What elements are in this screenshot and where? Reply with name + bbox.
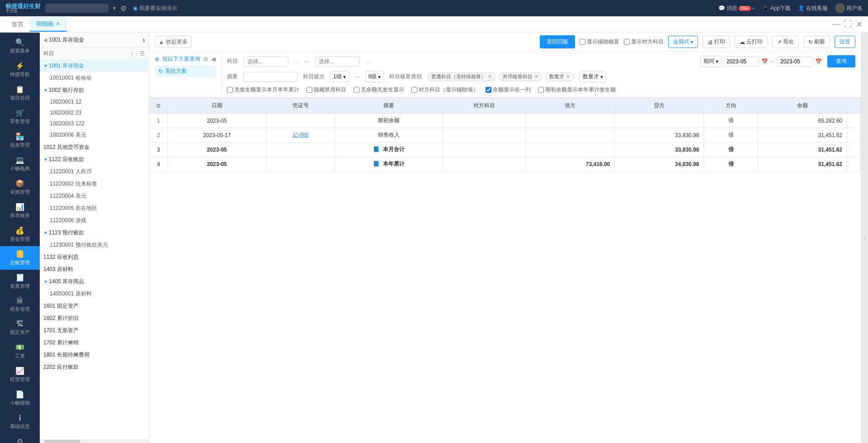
checkbox-no-balance[interactable]: 无发生额显示本月本年累计 [227, 86, 299, 94]
left-collapse-icon[interactable]: ◀ [43, 37, 47, 43]
tree-node-1403[interactable]: 1403 原材料 [40, 263, 149, 276]
tree-node-11220002[interactable]: 11220002 往来标签 [40, 178, 149, 190]
sidebar-item-wholesale[interactable]: 🏪 批发管理 [0, 129, 40, 152]
quantity-dropdown[interactable]: 数量才 ▾ [580, 71, 606, 82]
tree-node-1405[interactable]: ▼ 1405 库存商品 [40, 276, 149, 288]
message-btn[interactable]: 💬 消息 99+ + [718, 5, 755, 12]
maximize-icon[interactable]: ⛶ [844, 19, 852, 29]
tree-node-10020001[interactable]: 10020001 12 [40, 96, 149, 107]
level-to-dropdown[interactable]: 6级 ▾ [365, 71, 384, 82]
sidebar-item-ecommerce[interactable]: 💻 小畅电商 [0, 152, 40, 176]
period-type-dropdown[interactable]: 期间 ▾ [700, 56, 722, 67]
cb-no-balance-show[interactable] [354, 87, 359, 93]
cb-balance-col[interactable] [486, 87, 491, 93]
tree-node-1602[interactable]: 1602 累计折旧 [40, 312, 149, 324]
collapse-more-btn[interactable]: ▲ 收起更多 [155, 36, 192, 48]
sidebar-item-reports[interactable]: 📄 小畅报销 [0, 386, 40, 410]
right-toggle-btn[interactable]: › [861, 33, 868, 443]
tree-node-1132[interactable]: 1132 应收利息 [40, 251, 149, 263]
tree-node-11220005[interactable]: 11220005 所在地区 [40, 202, 149, 214]
cb-no-balance[interactable] [227, 87, 233, 93]
cloud-print-btn[interactable]: ☁ 云打印 [735, 36, 768, 48]
tree-node-11220004[interactable]: 11220004 美元 [40, 190, 149, 202]
tree-node-1123[interactable]: ▼ 1123 预付账款 [40, 227, 149, 239]
tree-node-1601[interactable]: 1601 固定资产 [40, 300, 149, 312]
user-avatar[interactable]: 用户名 [835, 3, 863, 13]
app-download-btn[interactable]: 📱 App下载 [762, 5, 791, 12]
format-dropdown-btn[interactable]: 金额式 ▾ [668, 36, 698, 48]
tree-node-14050001[interactable]: 14050001 原材料 [40, 288, 149, 300]
list-view-icon[interactable]: ☰ [140, 50, 145, 57]
checkbox-balance-col[interactable]: 余额显示在一列 [486, 86, 531, 94]
checkbox-no-balance-show[interactable]: 无余额无发生显示 [354, 86, 404, 94]
period-start-input[interactable] [723, 57, 760, 67]
voucher-link[interactable]: 记-006 [292, 132, 309, 138]
minimize-icon[interactable]: — [832, 19, 840, 29]
print-btn[interactable]: 🖨 打印 [703, 36, 730, 48]
tree-node-11220006[interactable]: 11220006 游戏 [40, 214, 149, 227]
sidebar-item-quick-nav[interactable]: ⚡ 快捷导航 [0, 58, 40, 81]
tree-node-1001[interactable]: ▼ 1001 库存现金 [40, 60, 149, 72]
tab-detail[interactable]: 明细账 ✕ [30, 17, 67, 32]
sidebar-item-salary[interactable]: 💵 工资 [0, 339, 40, 363]
sidebar-item-inventory[interactable]: 📊 库存核算 [0, 199, 40, 223]
sidebar-item-search[interactable]: 🔍 搜索菜单 [0, 34, 40, 58]
cb-opening-balance[interactable] [538, 87, 544, 93]
sidebar-item-system[interactable]: ⚙ 系统管理 [0, 433, 40, 443]
tree-node-1122[interactable]: ▼ 1122 应收账款 [40, 153, 149, 166]
account-select-icon[interactable]: › [142, 35, 145, 45]
sidebar-item-project[interactable]: 📋 项目合同 [0, 81, 40, 105]
sidebar-item-fixed[interactable]: 🏗 固定资产 [0, 316, 40, 339]
tree-node-11230001[interactable]: 11230001 预付账款美元 [40, 239, 149, 251]
settings-panel-btn[interactable]: 设置 [835, 36, 855, 48]
cb-hide-disabled[interactable] [307, 87, 312, 93]
tree-node-10020002[interactable]: 10020002 23 [40, 107, 149, 118]
tab-close-icon[interactable]: ✕ [56, 20, 61, 27]
topbar-search-input[interactable] [45, 4, 108, 13]
show-contra-checkbox[interactable] [624, 39, 630, 45]
show-aux-checkbox[interactable] [580, 39, 585, 45]
account-filter-end-input[interactable] [315, 57, 360, 67]
sort-asc-icon[interactable]: ↑ [130, 50, 133, 57]
settings-icon[interactable]: ⚙ [120, 4, 127, 13]
dropdown-arrow-icon[interactable]: ▾ [113, 5, 116, 11]
scheme-query-btn[interactable]: 按以下方案查询 [162, 55, 200, 63]
tree-node-11220001[interactable]: 11220001 人民币 [40, 166, 149, 178]
checkbox-hide-disabled[interactable]: 隐藏禁用科目 [307, 86, 346, 94]
tree-node-1012[interactable]: 1012 其他货币资金 [40, 141, 149, 153]
tree-node-2202[interactable]: 2202 应付账款 [40, 361, 149, 373]
sidebar-item-basic[interactable]: ℹ 基础信息 [0, 410, 40, 433]
tree-node-10020003[interactable]: 10020003 122 [40, 118, 149, 129]
show-contra-checkbox-label[interactable]: 显示对方科目 [624, 38, 664, 46]
tag-2-remove-icon[interactable]: ✕ [566, 74, 570, 80]
refresh-btn[interactable]: ↻ 刷新 [803, 36, 830, 48]
tab-home[interactable]: 首页 [5, 18, 30, 31]
demo-link[interactable]: ◉ 我要看实例演示 [133, 5, 177, 12]
sidebar-item-invoice[interactable]: 🧾 发票管理 [0, 270, 40, 293]
sidebar-item-tax[interactable]: 🏛 税务管理 [0, 293, 40, 316]
tag-0-remove-icon[interactable]: ✕ [488, 74, 492, 80]
period-end-input[interactable] [777, 57, 813, 67]
system-scheme-item[interactable]: ↻ 系统方案 [155, 66, 216, 77]
sidebar-item-retail[interactable]: 🛒 零售管理 [0, 105, 40, 129]
period-end-calendar-icon[interactable]: 📅 [815, 58, 822, 65]
level-from-dropdown[interactable]: 1级 ▾ [330, 71, 349, 82]
checkbox-contra-show[interactable]: 对方科目（显示辅助项） [411, 86, 478, 94]
period-calendar-icon[interactable]: 📅 [761, 58, 768, 65]
tag-1-remove-icon[interactable]: ✕ [534, 74, 538, 80]
tree-node-10020006[interactable]: 10020006 美元 [40, 129, 149, 141]
query-btn[interactable]: 查询 [827, 55, 855, 67]
tree-node-10010001[interactable]: 10010001 哈哈哈 [40, 72, 149, 84]
tree-node-1702[interactable]: 1702 累计摊销 [40, 337, 149, 349]
checkbox-opening-balance[interactable]: 期初余额显示本年累计发生额 [538, 86, 616, 94]
tree-node-1701[interactable]: 1701 无形资产 [40, 324, 149, 337]
cb-contra-show[interactable] [411, 87, 417, 93]
sidebar-item-operations[interactable]: 📈 经营管理 [0, 363, 40, 386]
left-panel-scrollbar[interactable] [40, 439, 149, 443]
scheme-collapse-icon[interactable]: ◀ [211, 56, 216, 62]
sidebar-item-fund[interactable]: 💰 资金管理 [0, 223, 40, 246]
export-btn[interactable]: ↗ 导出 [772, 36, 799, 48]
sidebar-item-ledger[interactable]: 📒 总账管理 [0, 246, 40, 270]
tree-node-1002[interactable]: ▼ 1002 银行存款 [40, 84, 149, 96]
summary-input[interactable] [243, 72, 297, 82]
